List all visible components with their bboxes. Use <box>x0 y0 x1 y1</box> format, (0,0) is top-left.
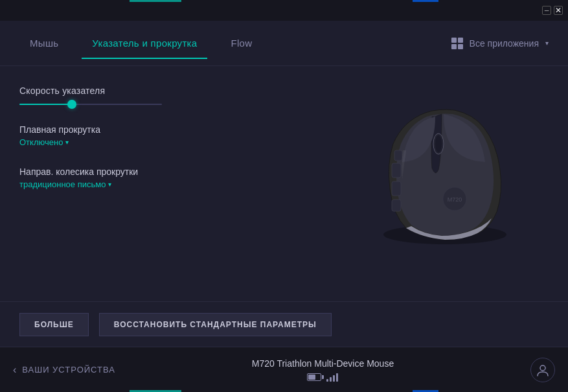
svg-rect-4 <box>392 181 401 196</box>
wheel-direction-value: традиционное письмо <box>19 179 106 189</box>
profile-button[interactable] <box>530 358 555 382</box>
minimize-button[interactable]: – <box>542 6 551 15</box>
wheel-direction-chevron-icon: ▾ <box>108 181 111 188</box>
more-button[interactable]: БОЛЬШЕ <box>19 313 89 336</box>
tab-bar: Мышь Указатель и прокрутка Flow Все прил… <box>0 21 568 66</box>
svg-rect-6 <box>394 150 402 161</box>
signal-bar-3 <box>333 375 335 382</box>
apps-chevron-icon: ▾ <box>545 40 549 47</box>
smooth-scroll-chevron-icon: ▾ <box>65 139 69 146</box>
accent-line-top2 <box>413 0 438 2</box>
apps-label: Все приложения <box>470 38 539 49</box>
apps-grid-icon <box>451 38 463 49</box>
signal-bar-1 <box>326 379 328 382</box>
device-info: M720 Triathlon Multi-Device Mouse <box>115 358 530 382</box>
device-name: M720 Triathlon Multi-Device Mouse <box>115 358 530 369</box>
tab-flow[interactable]: Flow <box>220 32 262 54</box>
mouse-illustration: M720 <box>354 86 536 254</box>
profile-icon-svg <box>536 363 550 377</box>
apps-selector[interactable]: Все приложения ▾ <box>451 38 549 49</box>
main-content: Скорость указателя Плавная прокрутка Отк… <box>0 66 568 301</box>
bottom-buttons-bar: БОЛЬШЕ ВОССТАНОВИТЬ СТАНДАРТНЫЕ ПАРАМЕТР… <box>0 301 568 347</box>
svg-text:M720: M720 <box>448 196 462 203</box>
restore-defaults-button[interactable]: ВОССТАНОВИТЬ СТАНДАРТНЫЕ ПАРАМЕТРЫ <box>99 313 332 336</box>
svg-point-2 <box>435 135 442 152</box>
back-arrow-icon: ‹ <box>13 364 17 376</box>
slider-thumb[interactable] <box>67 100 76 109</box>
mouse-image: M720 <box>341 79 549 260</box>
tab-pointer[interactable]: Указатель и прокрутка <box>82 32 207 54</box>
battery-fill <box>308 375 315 380</box>
accent-line-top <box>130 0 181 2</box>
pointer-speed-slider[interactable] <box>19 104 162 105</box>
close-button[interactable]: ✕ <box>554 6 563 15</box>
svg-rect-5 <box>392 200 401 211</box>
signal-icon <box>326 373 338 382</box>
signal-bar-4 <box>336 373 338 382</box>
back-navigation[interactable]: ‹ ВАШИ УСТРОЙСТВА <box>13 364 115 376</box>
signal-bar-2 <box>330 377 332 382</box>
slider-fill <box>19 104 72 105</box>
smooth-scroll-value: Отключено <box>19 137 63 147</box>
device-status-icons <box>115 373 530 382</box>
back-label: ВАШИ УСТРОЙСТВА <box>22 365 115 375</box>
tab-mouse[interactable]: Мышь <box>19 32 69 54</box>
app-window: – ✕ Мышь Указатель и прокрутка Flow Все … <box>0 0 568 392</box>
svg-rect-3 <box>392 163 401 178</box>
svg-point-9 <box>540 365 545 371</box>
titlebar: – ✕ <box>0 0 568 21</box>
battery-icon <box>307 373 321 381</box>
footer-bar: ‹ ВАШИ УСТРОЙСТВА M720 Triathlon Multi-D… <box>0 347 568 392</box>
